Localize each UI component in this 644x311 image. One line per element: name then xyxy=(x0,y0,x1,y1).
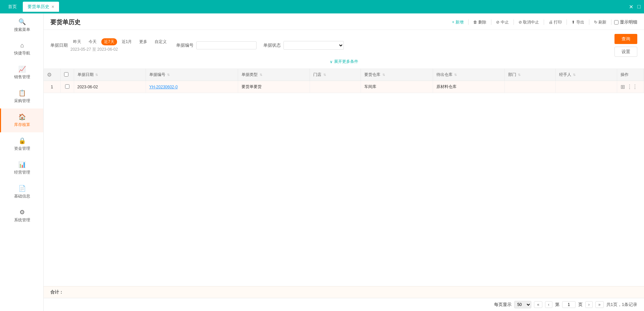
per-page-select[interactable]: 50 100 xyxy=(514,301,531,308)
sidebar-item-sys-mgmt[interactable]: ⚙ 系统管理 xyxy=(0,204,43,228)
pill-1month[interactable]: 近1月 xyxy=(119,38,135,45)
th-pending-warehouse: 待出仓库 ⇅ xyxy=(433,69,504,81)
td-no: YH-20230602-0 xyxy=(146,81,238,93)
print-button[interactable]: 🖨 打印 xyxy=(547,18,564,26)
pagination-info: 共1页，1条记录 xyxy=(606,302,637,308)
td-pending-warehouse: 原材料仓库 xyxy=(433,81,504,93)
sidebar-item-inventory-label: 库存核算 xyxy=(14,122,30,128)
th-req-warehouse: 要货仓库 ⇅ xyxy=(361,69,433,81)
sidebar-item-sales-mgmt[interactable]: 📈 销售管理 xyxy=(0,61,43,85)
select-all-checkbox[interactable] xyxy=(64,72,68,77)
current-page-input[interactable] xyxy=(562,301,576,308)
sidebar-item-ops-mgmt-label: 经营管理 xyxy=(14,170,30,175)
export-button[interactable]: ⬆ 导出 xyxy=(570,18,586,26)
sidebar-item-sys-mgmt-label: 系统管理 xyxy=(14,217,30,223)
sep1 xyxy=(468,19,469,25)
sort-no-icon[interactable]: ⇅ xyxy=(167,73,170,77)
refresh-button[interactable]: ↻ 刷新 xyxy=(592,18,608,26)
top-bar-right: ✕ □ xyxy=(629,4,641,10)
cancel-stop-button[interactable]: ⊘ 取消中止 xyxy=(517,18,541,26)
view-icon[interactable]: ⊞ xyxy=(621,84,625,90)
order-no-input[interactable] xyxy=(196,41,257,49)
pill-today[interactable]: 今天 xyxy=(86,38,99,45)
op-icons: ⊞ ⋮⋮ xyxy=(621,84,640,90)
table-row: 1 2023-06-02 YH-20230602-0 要货单要货 xyxy=(44,81,644,93)
order-no-label: 单据编号 xyxy=(176,42,194,48)
sidebar-item-inventory[interactable]: 🏠 库存核算 xyxy=(0,108,43,132)
prev-page-btn[interactable]: ‹ xyxy=(545,301,552,308)
basic-info-icon: 📄 xyxy=(18,185,26,192)
sort-date-icon[interactable]: ⇅ xyxy=(95,73,98,77)
date-range-text: 2023-05-27 至 2023-06-02 xyxy=(70,47,169,52)
expand-more[interactable]: ∨ 展开更多条件 xyxy=(50,57,637,64)
tab-order-history[interactable]: 要货单历史 ✕ xyxy=(23,2,59,12)
tab-close-icon[interactable]: ✕ xyxy=(51,5,54,9)
sort-type-icon[interactable]: ⇅ xyxy=(260,73,262,77)
th-no: 单据编号 ⇅ xyxy=(146,69,238,81)
search-menu-icon: 🔍 xyxy=(18,18,26,26)
sort-handler-icon[interactable]: ⇅ xyxy=(573,73,576,77)
ops-mgmt-icon: 📊 xyxy=(18,161,26,168)
tab-home[interactable]: 首页 xyxy=(3,2,21,12)
per-page-label: 每页显示 xyxy=(494,302,512,308)
sidebar-item-search-menu[interactable]: 🔍 搜索菜单 xyxy=(0,13,43,37)
th-dept-label: 部门 xyxy=(508,72,516,77)
sys-mgmt-icon: ⚙ xyxy=(19,209,25,216)
pill-yesterday[interactable]: 昨天 xyxy=(70,38,84,45)
stop-button[interactable]: ⊘ 中止 xyxy=(494,18,511,26)
th-store: 门店 ⇅ xyxy=(310,69,361,81)
row-pending-warehouse: 原材料仓库 xyxy=(436,84,457,89)
pill-custom[interactable]: 自定义 xyxy=(152,38,169,45)
row-date: 2023-06-02 xyxy=(77,85,98,89)
page-label: 第 xyxy=(555,302,559,308)
filter-row: 单据日期 昨天 今天 近7天 近1月 更多 自定义 2023-05-27 至 2… xyxy=(50,34,637,57)
query-button[interactable]: 查询 xyxy=(614,34,637,44)
window-maximize-icon[interactable]: □ xyxy=(637,4,641,10)
page-title: 要货单历史 xyxy=(50,18,80,26)
sort-dept-icon[interactable]: ⇅ xyxy=(518,73,521,77)
table-settings-icon[interactable]: ⚙ xyxy=(47,72,52,78)
sidebar-item-basic-info[interactable]: 📄 基础信息 xyxy=(0,180,43,204)
row-no-link[interactable]: YH-20230602-0 xyxy=(149,85,178,89)
td-ops: ⊞ ⋮⋮ xyxy=(617,81,644,93)
add-button[interactable]: + 新增 xyxy=(450,18,466,26)
sep6 xyxy=(589,19,589,25)
data-table: ⚙ 单据日期 ⇅ 单据编号 ⇅ xyxy=(44,69,644,93)
sep3 xyxy=(514,19,514,25)
first-page-btn[interactable]: « xyxy=(534,301,542,308)
th-handler: 经手人 ⇅ xyxy=(555,69,617,81)
window-close-icon[interactable]: ✕ xyxy=(629,4,633,10)
sort-pending-warehouse-icon[interactable]: ⇅ xyxy=(454,73,457,77)
date-filter-label: 单据日期 xyxy=(50,42,68,48)
next-page-btn[interactable]: › xyxy=(585,301,593,308)
td-num: 1 xyxy=(44,81,60,93)
th-ops-label: 操作 xyxy=(621,72,629,77)
setting-button[interactable]: 设置 xyxy=(614,47,637,57)
td-handler xyxy=(555,81,617,93)
status-select[interactable] xyxy=(283,41,344,50)
pill-more[interactable]: 更多 xyxy=(137,38,150,45)
sidebar-item-finance-mgmt[interactable]: 🔒 资金管理 xyxy=(0,132,43,156)
row-checkbox[interactable] xyxy=(65,84,69,89)
sidebar-item-ops-mgmt[interactable]: 📊 经营管理 xyxy=(0,156,43,180)
show-detail-checkbox-wrap[interactable]: 显示明细 xyxy=(614,19,637,25)
sort-req-warehouse-icon[interactable]: ⇅ xyxy=(382,73,385,77)
status-filter: 单据状态 xyxy=(263,41,344,50)
th-pending-warehouse-label: 待出仓库 xyxy=(436,72,452,77)
top-bar: 首页 要货单历史 ✕ ✕ □ xyxy=(0,0,644,13)
td-type: 要货单要货 xyxy=(238,81,310,93)
sort-store-icon[interactable]: ⇅ xyxy=(323,73,326,77)
sep2 xyxy=(491,19,491,25)
pill-7days[interactable]: 近7天 xyxy=(101,38,117,45)
delete-button[interactable]: 🗑 删除 xyxy=(471,18,488,26)
filter-area: 单据日期 昨天 今天 近7天 近1月 更多 自定义 2023-05-27 至 2… xyxy=(44,30,644,69)
sidebar-item-purchase-mgmt[interactable]: 📋 采购管理 xyxy=(0,85,43,108)
page-end-label: 页 xyxy=(578,302,583,308)
th-date-label: 单据日期 xyxy=(77,72,94,77)
sidebar-item-quick-nav[interactable]: ⌂ 快捷导航 xyxy=(0,37,43,61)
total-label: 合计： xyxy=(50,289,63,295)
show-detail-checkbox[interactable] xyxy=(614,20,619,25)
last-page-btn[interactable]: » xyxy=(595,301,604,308)
more-icon[interactable]: ⋮⋮ xyxy=(627,84,638,90)
main-content: 要货单历史 + 新增 🗑 删除 ⊘ 中止 ⊘ 取消中止 🖨 打印 ⬆ 导出 ↻ … xyxy=(44,13,644,311)
